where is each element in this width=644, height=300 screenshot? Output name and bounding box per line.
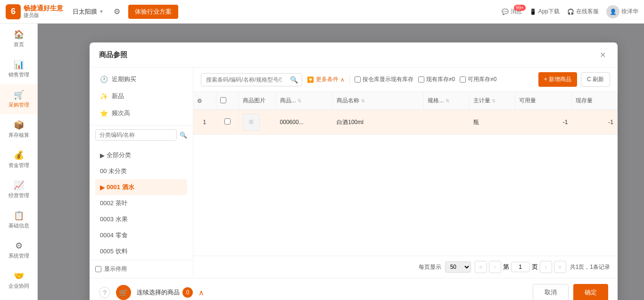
purchase-icon: 🛒 — [14, 90, 24, 100]
product-search-input[interactable] — [201, 74, 286, 85]
col-checkbox — [216, 92, 239, 110]
stock-nonzero-filter[interactable]: 现有库存≠0 — [418, 75, 455, 83]
col-unit-sort-icon[interactable]: ⇅ — [492, 98, 495, 103]
warehouse-filter[interactable]: 按仓库显示现有库存 — [355, 75, 413, 83]
sidebar-label-basic: 基础信息 — [8, 222, 29, 229]
sidebar-item-enterprise[interactable]: 🤝 企业协同 — [0, 265, 37, 295]
page-end-label: 页 — [532, 263, 538, 271]
refresh-button[interactable]: C 刷新 — [581, 72, 610, 87]
sidebar-item-home[interactable]: 🏠 首页 — [0, 24, 37, 54]
col-avail-header: 可用量 — [515, 92, 572, 110]
table-row[interactable]: 1 图 000600... 白酒100ml — [193, 110, 618, 135]
category-liquor-label: 0001 酒水 — [107, 183, 134, 192]
show-disabled-checkbox[interactable] — [95, 266, 101, 272]
app-download-button[interactable]: 📱 App下载 — [529, 8, 560, 16]
warehouse-filter-checkbox[interactable] — [355, 76, 361, 83]
product-table-area: ⚙ 商品图片 商品... ⇅ — [193, 92, 618, 256]
category-search-icon[interactable]: 🔍 — [180, 132, 187, 139]
settings-icon[interactable]: ⚙ — [109, 4, 124, 19]
col-code-sort-icon[interactable]: ⇅ — [297, 98, 301, 103]
sales-icon: 📊 — [14, 59, 24, 70]
frequent-tab[interactable]: ⭐ 频次高 — [95, 105, 187, 121]
category-fruit[interactable]: 0003 水果 — [95, 211, 187, 227]
col-spec-sort-icon[interactable]: ⇅ — [446, 98, 449, 103]
category-drink[interactable]: 0005 饮料 — [95, 243, 187, 259]
confirm-button[interactable]: 确定 — [573, 284, 608, 300]
stock-nonzero-label: 现有库存≠0 — [426, 75, 455, 83]
sidebar-label-system: 系统管理 — [8, 252, 29, 259]
page-next-button[interactable]: › — [540, 261, 552, 273]
page-size-label: 每页显示 — [419, 263, 441, 271]
category-uncategorized-label: 00 未分类 — [100, 167, 127, 175]
sidebar-item-finance[interactable]: 💰 资金管理 — [0, 144, 37, 175]
service-button[interactable]: 🎧 在线客服 — [567, 8, 599, 16]
category-liquor[interactable]: ▶ 0001 酒水 — [95, 179, 187, 195]
collapse-arrow-icon[interactable]: ∧ — [198, 288, 204, 297]
page-size-select[interactable]: 50 10 20 100 — [445, 261, 471, 273]
sidebar: 🏠 首页 📊 销售管理 🛒 采购管理 📦 库存核算 💰 资金管理 📈 经营管理 … — [0, 24, 38, 300]
sidebar-label-home: 首页 — [14, 41, 24, 48]
system-icon: ⚙ — [15, 241, 23, 251]
navbar: 6 畅捷通好生意 捷员版 日太阳膜 ▼ ⚙ 体验行业方案 💬 消息 99+ 📱 … — [0, 0, 644, 24]
col-spec-header[interactable]: 规格... ⇅ — [424, 92, 470, 110]
col-unit-header[interactable]: 主计量 ⇅ — [470, 92, 515, 110]
sidebar-label-sales: 销售管理 — [8, 71, 29, 78]
cancel-button[interactable]: 取消 — [533, 284, 569, 300]
available-nonzero-checkbox[interactable] — [460, 76, 466, 83]
home-icon: 🏠 — [14, 29, 24, 40]
filter-more-label: 更多条件 — [316, 75, 339, 83]
recent-purchase-tab[interactable]: 🕐 近期购买 — [95, 71, 187, 87]
sidebar-item-guide[interactable]: 📖 新手引导 — [0, 295, 37, 300]
continuous-count: 0 — [182, 287, 193, 298]
store-selector[interactable]: 日太阳膜 ▼ — [67, 6, 109, 18]
page-last-button[interactable]: » — [554, 261, 566, 273]
col-settings[interactable]: ⚙ — [193, 92, 216, 110]
sidebar-item-business[interactable]: 📈 经营管理 — [0, 175, 37, 205]
category-all-label: 全部分类 — [107, 151, 131, 159]
modal-header: 商品参照 ✕ — [90, 42, 618, 67]
logo-area: 6 畅捷通好生意 捷员版 — [6, 4, 67, 19]
category-all[interactable]: ▶ 全部分类 — [95, 147, 187, 163]
category-tea[interactable]: 0002 茶叶 — [95, 195, 187, 211]
select-all-checkbox[interactable] — [220, 97, 226, 103]
col-code-header[interactable]: 商品... ⇅ — [276, 92, 333, 110]
logo-sub: 捷员版 — [24, 12, 63, 19]
row-checkbox[interactable] — [224, 118, 231, 125]
experience-button[interactable]: 体验行业方案 — [128, 5, 178, 19]
stock-nonzero-checkbox[interactable] — [418, 76, 424, 83]
category-snack-label: 0004 零食 — [100, 231, 128, 240]
sidebar-item-system[interactable]: ⚙ 系统管理 — [0, 235, 37, 265]
row-checkbox-cell — [216, 110, 239, 135]
col-name-header[interactable]: 商品名称 ⇅ — [333, 92, 424, 110]
filter-bar: 🔍 🔽 更多条件 ∧ 按仓库显示现有库存 — [193, 67, 618, 92]
product-search-button[interactable]: 🔍 — [286, 74, 302, 86]
logo-text: 畅捷通好生意 — [24, 4, 63, 12]
continuous-label: 连续选择的商品 0 — [137, 287, 193, 298]
store-name: 日太阳膜 — [73, 8, 97, 16]
page-input[interactable] — [511, 262, 530, 272]
add-product-button[interactable]: + 新增商品 — [538, 72, 577, 87]
available-nonzero-filter[interactable]: 可用库存≠0 — [460, 75, 496, 83]
message-button[interactable]: 💬 消息 99+ — [502, 8, 522, 16]
layout: 🏠 首页 📊 销售管理 🛒 采购管理 📦 库存核算 💰 资金管理 📈 经营管理 … — [0, 24, 644, 300]
user-menu[interactable]: 👤 徐泽华 — [606, 5, 638, 18]
username: 徐泽华 — [621, 8, 638, 16]
modal-close-button[interactable]: ✕ — [597, 49, 608, 60]
sidebar-item-inventory[interactable]: 📦 库存核算 — [0, 114, 37, 144]
page-first-button[interactable]: « — [475, 261, 487, 273]
col-name-sort-icon[interactable]: ⇅ — [361, 98, 365, 103]
main-content: 商品参照 ✕ 🕐 近期购买 ✨ 新品 — [38, 24, 644, 300]
category-search: 🔍 — [90, 125, 193, 144]
more-filters-button[interactable]: 🔽 更多条件 ∧ — [307, 75, 345, 83]
app-label: App下载 — [538, 8, 560, 16]
new-product-tab[interactable]: ✨ 新品 — [95, 88, 187, 104]
category-search-input[interactable] — [95, 129, 177, 141]
sidebar-item-sales[interactable]: 📊 销售管理 — [0, 54, 37, 84]
help-button[interactable]: ? — [99, 287, 110, 298]
sidebar-item-purchase[interactable]: 🛒 采购管理 — [0, 84, 37, 114]
category-uncategorized[interactable]: 00 未分类 — [95, 163, 187, 179]
cart-button[interactable]: 🛒 — [116, 285, 131, 300]
sidebar-item-basic[interactable]: 📋 基础信息 — [0, 205, 37, 235]
category-snack[interactable]: 0004 零食 — [95, 227, 187, 243]
page-prev-button[interactable]: ‹ — [489, 261, 501, 273]
